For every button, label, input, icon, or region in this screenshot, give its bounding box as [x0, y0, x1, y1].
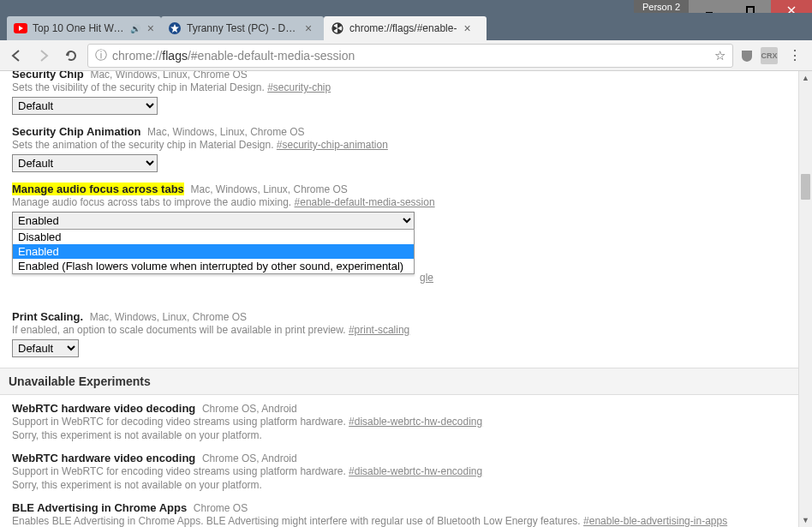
- flag-description: Support in WebRTC for encoding video str…: [12, 465, 800, 477]
- tab-label: Top 10 One Hit Wond: [33, 22, 127, 34]
- flag-platforms: Mac, Windows, Linux, Chrome OS: [190, 183, 347, 195]
- flag-hash-link[interactable]: #print-scaling: [349, 324, 409, 336]
- flag-platforms: Mac, Windows, Linux, Chrome OS: [90, 311, 247, 323]
- flag-ble-advertising: BLE Advertising in Chrome Apps Chrome OS…: [12, 501, 800, 527]
- flag-platforms: Mac, Windows, Linux, Chrome OS: [90, 71, 247, 81]
- flag-hash-link[interactable]: #enable-default-media-session: [295, 196, 435, 208]
- flag-hash-link[interactable]: #security-chip-animation: [277, 139, 388, 151]
- scroll-up-arrow[interactable]: ▲: [799, 71, 812, 85]
- flag-manage-audio-focus: Manage audio focus across tabs Mac, Wind…: [12, 183, 800, 230]
- flag-title: WebRTC hardware video encoding: [12, 452, 195, 464]
- flag-security-chip-animation: Security Chip Animation Mac, Windows, Li…: [12, 125, 800, 172]
- chrome-flags-icon: [331, 21, 344, 35]
- menu-button[interactable]: ⋮: [783, 47, 807, 63]
- profile-badge[interactable]: Person 2: [634, 0, 689, 14]
- flag-select-security-chip[interactable]: Default: [12, 97, 158, 115]
- flag-description: Enables BLE Advertising in Chrome Apps. …: [12, 515, 800, 527]
- flag-select-security-chip-animation[interactable]: Default: [12, 154, 158, 172]
- flag-hash-link[interactable]: #disable-webrtc-hw-decoding: [349, 416, 482, 428]
- flag-hash-link[interactable]: #enable-ble-advertising-in-apps: [583, 515, 727, 527]
- dropdown-option-enabled[interactable]: Enabled: [13, 244, 414, 259]
- flag-title: Manage audio focus across tabs: [12, 183, 184, 195]
- content-area: Security Chip Mac, Windows, Linux, Chrom…: [0, 71, 812, 527]
- flag-title: Print Scaling.: [12, 310, 83, 323]
- tab-close-icon[interactable]: ×: [147, 21, 154, 35]
- tab-strip: Top 10 One Hit Wond 🔊 × Tyranny Test (PC…: [0, 13, 812, 40]
- tab-close-icon[interactable]: ×: [305, 21, 312, 35]
- flag-description: Sets the visibility of the security chip…: [12, 81, 800, 93]
- flag-platforms: Chrome OS: [194, 502, 248, 514]
- omnibox[interactable]: ⓘ chrome://flags/#enable-default-media-s…: [87, 44, 733, 68]
- flag-description: Sets the animation of the security chip …: [12, 139, 800, 151]
- flag-description: If enabled, an option to scale documents…: [12, 324, 800, 336]
- bookmark-star-icon[interactable]: ☆: [714, 48, 725, 63]
- scrollbar-thumb[interactable]: [801, 174, 810, 200]
- ublock-icon[interactable]: [738, 47, 755, 64]
- flag-print-scaling: Print Scaling. Mac, Windows, Linux, Chro…: [12, 310, 800, 357]
- forward-button[interactable]: [33, 45, 55, 67]
- toolbar: ⓘ chrome://flags/#enable-default-media-s…: [0, 40, 812, 71]
- flag-title: Security Chip: [12, 71, 84, 81]
- dropdown-listbox[interactable]: Disabled Enabled Enabled (Flash lowers v…: [12, 229, 415, 274]
- flag-platforms: Mac, Windows, Linux, Chrome OS: [147, 126, 304, 138]
- flag-description: Manage audio focus across tabs to improv…: [12, 196, 800, 208]
- flag-webrtc-hw-decoding: WebRTC hardware video decoding Chrome OS…: [12, 402, 800, 441]
- flag-select-audio-focus[interactable]: Enabled: [12, 212, 415, 230]
- vertical-scrollbar[interactable]: ▲ ▼: [798, 71, 812, 527]
- tab-label: Tyranny Test (PC) - Das E: [187, 22, 298, 34]
- flag-obscured: gle .: [12, 271, 800, 305]
- tab-0[interactable]: Top 10 One Hit Wond 🔊 ×: [7, 16, 161, 40]
- audio-icon[interactable]: 🔊: [130, 24, 140, 33]
- scroll-down-arrow[interactable]: ▼: [799, 513, 812, 527]
- flag-security-chip: Security Chip Mac, Windows, Linux, Chrom…: [12, 71, 800, 115]
- tab-2[interactable]: chrome://flags/#enable- ×: [324, 16, 487, 40]
- flag-hash-link[interactable]: gle: [420, 272, 433, 284]
- flag-select-print-scaling[interactable]: Default: [12, 339, 79, 357]
- url-text: chrome://flags/#enable-default-media-ses…: [112, 49, 709, 63]
- crx-icon[interactable]: CRX: [761, 47, 778, 64]
- back-button[interactable]: [5, 45, 27, 67]
- flag-title: WebRTC hardware video decoding: [12, 402, 195, 415]
- flag-platforms: Chrome OS, Android: [202, 403, 297, 415]
- flag-title: BLE Advertising in Chrome Apps: [12, 501, 187, 514]
- unavailable-header: Unavailable Experiments: [0, 368, 812, 395]
- tab-close-icon[interactable]: ×: [463, 21, 470, 35]
- dropdown-option-disabled[interactable]: Disabled: [13, 230, 414, 244]
- info-icon[interactable]: ⓘ: [95, 48, 107, 63]
- gamestar-icon: [168, 21, 182, 35]
- youtube-icon: [14, 21, 27, 35]
- flag-platforms: Chrome OS, Android: [202, 452, 297, 464]
- flag-title: Security Chip Animation: [12, 125, 140, 138]
- flag-description: Support in WebRTC for decoding video str…: [12, 416, 800, 428]
- flag-hash-link[interactable]: #disable-webrtc-hw-encoding: [349, 465, 482, 477]
- flag-sorry: Sorry, this experiment is not available …: [12, 429, 800, 441]
- flag-hash-link[interactable]: #security-chip: [267, 81, 331, 93]
- dropdown-option-enabled-flash[interactable]: Enabled (Flash lowers volume when interr…: [13, 259, 414, 273]
- flag-webrtc-hw-encoding: WebRTC hardware video encoding Chrome OS…: [12, 452, 800, 491]
- reload-button[interactable]: [60, 45, 82, 67]
- flag-sorry: Sorry, this experiment is not available …: [12, 479, 800, 491]
- tab-1[interactable]: Tyranny Test (PC) - Das E ×: [161, 16, 324, 40]
- tab-label: chrome://flags/#enable-: [349, 22, 457, 34]
